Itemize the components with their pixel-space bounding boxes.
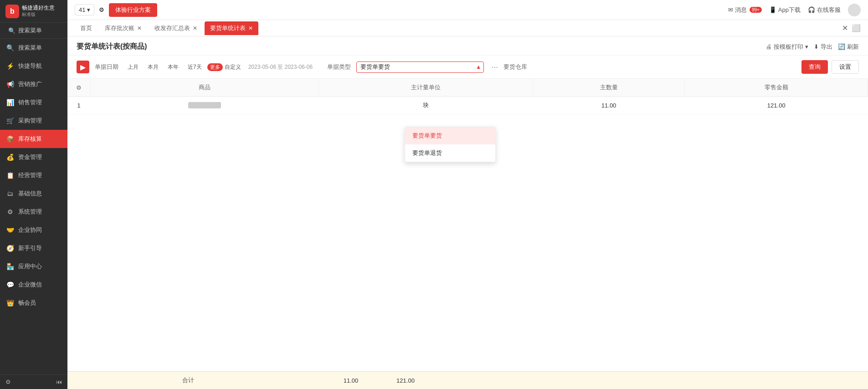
custom-date-button[interactable]: 自定义 bbox=[225, 63, 241, 71]
table-row: 1 块 11.00 121.00 bbox=[67, 97, 868, 114]
tab-close-receivable[interactable]: ✕ bbox=[193, 25, 197, 31]
settings-icon[interactable]: ⚙ bbox=[5, 379, 11, 385]
dropdown-option-order_purchase[interactable]: 要货单要货 bbox=[405, 127, 495, 144]
sidebar-item-label-basic: 基础信息 bbox=[18, 189, 42, 198]
type-filter-input[interactable] bbox=[356, 61, 484, 73]
topbar-settings-icon[interactable]: ⚙ bbox=[99, 6, 104, 13]
sidebar-item-member[interactable]: 👑 畅会员 bbox=[0, 294, 67, 312]
messages-badge: 99+ bbox=[750, 7, 762, 13]
cell-num: 1 bbox=[67, 97, 90, 114]
sidebar-item-label-finance: 资金管理 bbox=[18, 153, 42, 161]
sidebar-item-label-marketing: 营销推广 bbox=[18, 80, 42, 88]
search-icon: 🔍 bbox=[8, 27, 15, 34]
refresh-button[interactable]: 🔄 刷新 bbox=[838, 43, 859, 51]
data-table: ⚙ 商品 主计量单位 主数量 零售金额 1 块 11.00 121.00 bbox=[67, 79, 868, 114]
chevron-down-icon: ▾ bbox=[805, 43, 808, 50]
tab-home[interactable]: 首页 bbox=[75, 21, 98, 35]
filter-more-button[interactable]: ··· bbox=[491, 62, 498, 72]
trial-button[interactable]: 体验行业方案 bbox=[109, 3, 157, 17]
sidebar-search[interactable]: 🔍 搜索菜单 bbox=[0, 23, 67, 39]
sidebar: b 畅捷通好生意 标准版 🔍 搜索菜单 🔍 搜索菜单 ⚡ 快捷导航 📢 营销推广… bbox=[0, 0, 67, 389]
print-button[interactable]: 🖨 按模板打印 ▾ bbox=[766, 43, 808, 51]
marketing-icon: 📢 bbox=[5, 80, 15, 89]
table-header-row: ⚙ 商品 主计量单位 主数量 零售金额 bbox=[67, 79, 868, 97]
topbar-dropdown[interactable]: 41 ▾ bbox=[75, 4, 94, 15]
sidebar-item-basic[interactable]: 🗂 基础信息 bbox=[0, 184, 67, 203]
tab-close-batch[interactable]: ✕ bbox=[137, 25, 142, 31]
sidebar-item-guide[interactable]: 🧭 新手引导 bbox=[0, 239, 67, 257]
print-label: 按模板打印 bbox=[774, 43, 803, 51]
col-product: 商品 bbox=[90, 79, 319, 97]
table-container: ⚙ 商品 主计量单位 主数量 零售金额 1 块 11.00 121.00 bbox=[67, 79, 868, 114]
filter-bar: ▶ 单据日期 上月 本月 本年 近7天 更多 自定义 2023-05-06 至 … bbox=[67, 56, 868, 79]
sidebar-item-finance[interactable]: 💰 资金管理 bbox=[0, 148, 67, 166]
date-buttons: 上月 本月 本年 近7天 更多 自定义 bbox=[124, 62, 241, 72]
date-display: 2023-05-06 至 2023-06-06 bbox=[248, 63, 313, 71]
export-label: 导出 bbox=[821, 43, 832, 51]
tabbar: 首页库存批次账✕收发存汇总表✕要货单统计表✕ ✕ ⬜ bbox=[67, 20, 868, 36]
sidebar-item-label-inventory: 库存核算 bbox=[18, 135, 42, 143]
sidebar-item-enterprise[interactable]: 🤝 企业协同 bbox=[0, 221, 67, 239]
last-month-button[interactable]: 上月 bbox=[124, 62, 142, 72]
user-avatar[interactable] bbox=[848, 4, 861, 16]
app-download[interactable]: 📱 App下载 bbox=[769, 6, 801, 14]
export-button[interactable]: ⬇ 导出 bbox=[814, 43, 832, 51]
sidebar-item-wechat[interactable]: 💬 企业微信 bbox=[0, 276, 67, 294]
type-filter-label: 单据类型 bbox=[327, 63, 351, 71]
dropdown-option-order_return[interactable]: 要货单退货 bbox=[405, 144, 495, 162]
sidebar-search-label: 搜索菜单 bbox=[18, 26, 42, 35]
topbar-left: 41 ▾ ⚙ 体验行业方案 bbox=[75, 3, 157, 17]
refresh-icon: 🔄 bbox=[838, 43, 845, 50]
messages-notification[interactable]: ✉ 消息 99+ bbox=[728, 6, 762, 14]
table-footer-bar: 合计 11.00 121.00 bbox=[67, 371, 868, 389]
cell-product bbox=[90, 97, 319, 114]
page-actions: 🖨 按模板打印 ▾ ⬇ 导出 🔄 刷新 bbox=[766, 43, 859, 51]
tab-batch[interactable]: 库存批次账✕ bbox=[99, 21, 147, 35]
sidebar-item-sales[interactable]: 📊 销售管理 bbox=[0, 93, 67, 112]
this-month-button[interactable]: 本月 bbox=[144, 62, 162, 72]
last-7days-button[interactable]: 近7天 bbox=[184, 62, 205, 72]
tab-close-all-icon[interactable]: ✕ bbox=[842, 24, 848, 32]
logo-icon: b bbox=[5, 5, 19, 18]
sidebar-item-label-sales: 销售管理 bbox=[18, 98, 42, 107]
tab-maximize-icon[interactable]: ⬜ bbox=[852, 24, 861, 32]
sidebar-item-search[interactable]: 🔍 搜索菜单 bbox=[0, 39, 67, 57]
enterprise-icon: 🤝 bbox=[5, 225, 15, 235]
table-settings-icon[interactable]: ⚙ bbox=[76, 84, 82, 91]
this-year-button[interactable]: 本年 bbox=[164, 62, 182, 72]
finance-icon: 💰 bbox=[5, 153, 15, 162]
tab-receivable[interactable]: 收发存汇总表✕ bbox=[149, 21, 203, 35]
sidebar-item-marketing[interactable]: 📢 营销推广 bbox=[0, 75, 67, 93]
type-dropdown-popup: 要货单要货要货单退货 bbox=[405, 127, 496, 162]
sidebar-item-system[interactable]: ⚙ 系统管理 bbox=[0, 203, 67, 221]
sidebar-item-inventory[interactable]: 📦 库存核算 bbox=[0, 130, 67, 148]
sidebar-item-label-purchase: 采购管理 bbox=[18, 117, 42, 125]
logo-title: 畅捷通好生意 bbox=[22, 5, 55, 12]
online-service[interactable]: 🎧 在线客服 bbox=[808, 6, 841, 14]
type-filter-chevron-icon[interactable]: ▲ bbox=[476, 64, 481, 70]
col-amount: 零售金额 bbox=[685, 79, 868, 97]
tabbar-actions: ✕ ⬜ bbox=[842, 24, 861, 32]
sidebar-item-label-guide: 新手引导 bbox=[18, 244, 42, 252]
sidebar-item-appstore[interactable]: 🏪 应用中心 bbox=[0, 257, 67, 276]
sidebar-item-label-search: 搜索菜单 bbox=[18, 44, 42, 52]
print-icon: 🖨 bbox=[766, 43, 772, 50]
sidebar-item-purchase[interactable]: 🛒 采购管理 bbox=[0, 112, 67, 130]
sidebar-item-label-quicknav: 快捷导航 bbox=[18, 62, 42, 70]
tab-order_stats[interactable]: 要货单统计表✕ bbox=[205, 21, 258, 35]
filter-expand-button[interactable]: ▶ bbox=[77, 61, 89, 73]
col-settings[interactable]: ⚙ bbox=[67, 79, 90, 97]
collapse-icon[interactable]: ⏮ bbox=[56, 379, 62, 385]
logo-sub: 标准版 bbox=[22, 11, 55, 18]
date-more-badge[interactable]: 更多 bbox=[207, 63, 223, 71]
refresh-label: 刷新 bbox=[847, 43, 859, 51]
sidebar-item-quicknav[interactable]: ⚡ 快捷导航 bbox=[0, 57, 67, 75]
tab-close-order_stats[interactable]: ✕ bbox=[248, 25, 253, 31]
query-button[interactable]: 查询 bbox=[801, 60, 828, 74]
page-header: 要货单统计表(按商品) 🖨 按模板打印 ▾ ⬇ 导出 🔄 刷新 bbox=[67, 36, 868, 56]
system-icon: ⚙ bbox=[5, 207, 15, 216]
topbar-dropdown-num: 41 bbox=[79, 6, 85, 13]
settings-button[interactable]: 设置 bbox=[832, 60, 859, 74]
sidebar-item-operation[interactable]: 📋 经营管理 bbox=[0, 166, 67, 184]
sidebar-item-label-member: 畅会员 bbox=[18, 299, 36, 307]
